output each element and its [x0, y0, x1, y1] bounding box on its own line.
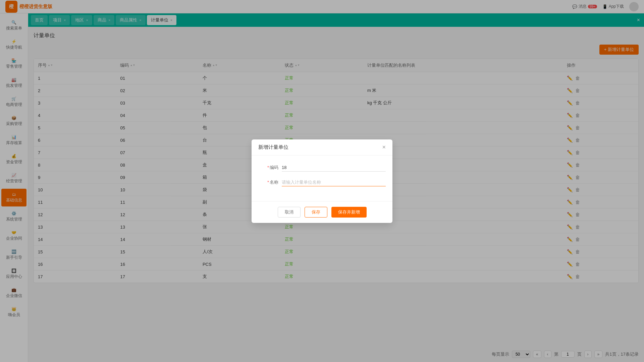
- save-and-new-button[interactable]: 保存并新增: [331, 207, 367, 218]
- modal-body: *编码 *名称: [252, 156, 392, 201]
- save-button[interactable]: 保存: [305, 207, 327, 218]
- modal-overlay: 新增计量单位 × *编码 *名称 取消 保存 保存并新增: [0, 0, 644, 362]
- name-label: *名称: [258, 179, 278, 185]
- modal-title: 新增计量单位: [258, 144, 288, 150]
- modal-header: 新增计量单位 ×: [252, 139, 392, 156]
- modal-footer: 取消 保存 保存并新增: [252, 201, 392, 223]
- form-row-name: *名称: [258, 178, 386, 186]
- code-input[interactable]: [282, 164, 386, 172]
- cancel-button[interactable]: 取消: [278, 207, 301, 218]
- required-mark: *: [267, 165, 269, 170]
- modal-close-button[interactable]: ×: [382, 144, 386, 150]
- form-row-code: *编码: [258, 164, 386, 172]
- add-unit-modal: 新增计量单位 × *编码 *名称 取消 保存 保存并新增: [252, 139, 392, 223]
- name-input[interactable]: [282, 178, 386, 186]
- code-label: *编码: [258, 165, 278, 171]
- required-mark: *: [267, 180, 269, 185]
